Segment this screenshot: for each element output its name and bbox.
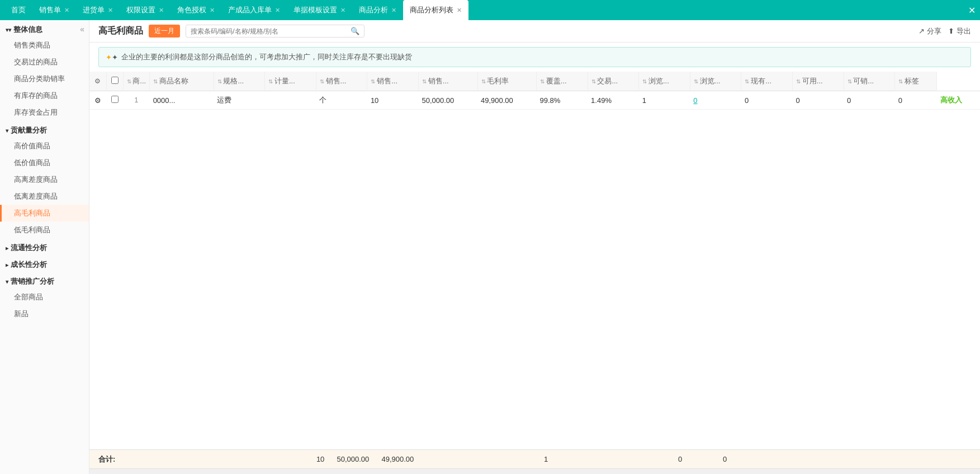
sidebar-collapse-button[interactable]: « (80, 25, 84, 34)
row-tag: 高收入 (937, 91, 980, 110)
sidebar-item-category-rate[interactable]: 商品分类助销率 (0, 71, 89, 87)
chevron-down-icon-2: ▾ (6, 128, 8, 134)
footer-cells: 10 50,000.00 49,900.00 1 0 0 (126, 455, 971, 463)
table-wrapper[interactable]: ⚙ 商... 商品名称 规格... (89, 72, 980, 449)
th-spec[interactable]: 规格... (214, 72, 265, 91)
sidebar-item-all-goods[interactable]: 全部商品 (0, 289, 89, 306)
info-banner: ✦ 企业的主要的利润都是这部分商品创造的，可考虑加大推广，同时关注库存是不要出现… (98, 47, 971, 67)
footer-sales-cost: 49,900.00 (372, 455, 417, 463)
chevron-down-icon-3: ▾ (6, 279, 8, 285)
footer-sales-amount: 50,000.00 (328, 455, 372, 463)
sidebar-item-low-margin[interactable]: 低毛利商品 (0, 222, 89, 238)
table-header-row: ⚙ 商... 商品名称 规格... (89, 72, 980, 91)
th-sellable[interactable]: 可销... (844, 72, 895, 91)
th-available-stock[interactable]: 可用... (792, 72, 844, 91)
nav-production[interactable]: 产成品入库单 ✕ (221, 0, 287, 20)
sidebar-item-new-goods[interactable]: 新品 (0, 306, 89, 322)
settings-icon[interactable]: ⚙ (94, 96, 101, 105)
nav-permissions[interactable]: 权限设置 ✕ (120, 0, 171, 20)
nav-close-goods-analysis[interactable]: ✕ (391, 7, 396, 14)
header-actions: ↗ 分享 ⬆ 导出 (919, 26, 971, 36)
nav-goods-analysis-list[interactable]: 商品分析列表 ✕ (403, 0, 468, 20)
row-view2: 0 (741, 91, 793, 110)
sidebar-group-marketing[interactable]: ▾ 营销推广分析 (0, 272, 89, 289)
search-input[interactable] (191, 27, 348, 35)
th-code[interactable]: 商... (123, 72, 150, 91)
table-row: ⚙ 1 0000... 运费 (89, 91, 980, 110)
th-sales-amount[interactable]: 销售... (367, 72, 419, 91)
sidebar-item-high-value[interactable]: 高价值商品 (0, 138, 89, 154)
row-sales-qty: 10 (367, 91, 419, 110)
window-close-button[interactable]: ✕ (968, 5, 976, 16)
sidebar-item-stock-capital[interactable]: 库存资金占用 (0, 104, 89, 121)
content-header: 高毛利商品 近一月 🔍 ↗ 分享 ⬆ 导出 (89, 20, 980, 43)
row-sales-amount: 50,000.00 (418, 91, 477, 110)
th-sales-cost[interactable]: 销售... (418, 72, 477, 91)
row-sales-cost: 49,900.00 (477, 91, 537, 110)
share-icon: ↗ (919, 27, 925, 35)
th-view2[interactable]: 浏览... (690, 72, 741, 91)
th-coverage[interactable]: 覆盖... (537, 72, 588, 91)
nav-roles[interactable]: 角色授权 ✕ (171, 0, 221, 20)
th-view1[interactable]: 浏览... (639, 72, 690, 91)
th-name[interactable]: 商品名称 (150, 72, 214, 91)
content-area: 高毛利商品 近一月 🔍 ↗ 分享 ⬆ 导出 ✦ 企业的主要的利润都是这部分商品创… (89, 20, 980, 474)
sidebar-item-sales-goods[interactable]: 销售类商品 (0, 37, 89, 54)
horizontal-scrollbar[interactable] (89, 468, 980, 474)
sidebar-item-in-stock[interactable]: 有库存的商品 (0, 87, 89, 104)
row-trade: 1 (639, 91, 690, 110)
page-title: 高毛利商品 (98, 25, 143, 37)
search-icon[interactable]: 🔍 (351, 27, 359, 35)
nav-home[interactable]: 首页 (4, 0, 32, 20)
sidebar-item-high-margin[interactable]: 高毛利商品 (0, 205, 89, 222)
nav-close-production[interactable]: ✕ (275, 7, 280, 14)
top-nav: 首页 销售单 ✕ 进货单 ✕ 权限设置 ✕ 角色授权 ✕ 产成品入库单 ✕ 单据… (0, 0, 980, 20)
filter-button[interactable]: 近一月 (149, 25, 180, 37)
sidebar-group-overall[interactable]: ▾ 整体信息 (0, 20, 89, 37)
th-checkbox (106, 72, 123, 91)
row-unit: 个 (316, 91, 367, 110)
th-tag[interactable]: 标签 (895, 72, 937, 91)
row-margin-rate: 99.8% (537, 91, 588, 110)
footer-sales-qty: 10 (283, 455, 328, 463)
nav-purchase[interactable]: 进货单 ✕ (76, 0, 120, 20)
nav-template[interactable]: 单据模板设置 ✕ (287, 0, 352, 20)
footer-empty3 (551, 455, 641, 463)
row-index: 1 (123, 91, 150, 110)
nav-close-roles[interactable]: ✕ (210, 7, 215, 14)
th-settings[interactable]: ⚙ (89, 72, 106, 91)
nav-goods-analysis[interactable]: 商品分析 ✕ (352, 0, 403, 20)
nav-close-goods-analysis-list[interactable]: ✕ (457, 7, 462, 14)
sidebar-group-growth[interactable]: ▸ 成长性分析 (0, 255, 89, 272)
sidebar-group-contribution[interactable]: ▾ 贡献量分析 (0, 121, 89, 138)
sidebar-item-traded-goods[interactable]: 交易过的商品 (0, 54, 89, 71)
row-settings[interactable]: ⚙ (89, 91, 106, 110)
sidebar-item-high-deviation[interactable]: 高离差度商品 (0, 171, 89, 188)
main-area: « ▾ 整体信息 销售类商品 交易过的商品 商品分类助销率 有库存的商品 库存资… (0, 20, 980, 474)
export-icon: ⬆ (948, 27, 954, 35)
nav-sales[interactable]: 销售单 ✕ (32, 0, 76, 20)
footer-trade: 1 (506, 455, 551, 463)
th-current-stock[interactable]: 现有... (741, 72, 793, 91)
export-button[interactable]: ⬆ 导出 (948, 26, 971, 36)
row-current-stock: 0 (792, 91, 844, 110)
footer-available-stock: 0 (685, 455, 730, 463)
th-unit[interactable]: 计量... (265, 72, 316, 91)
sidebar-group-circulation[interactable]: ▸ 流通性分析 (0, 238, 89, 255)
nav-close-sales[interactable]: ✕ (64, 7, 69, 14)
th-trade[interactable]: 交易... (588, 72, 639, 91)
sidebar-item-low-value[interactable]: 低价值商品 (0, 154, 89, 171)
nav-close-template[interactable]: ✕ (340, 7, 345, 14)
sidebar-item-low-deviation[interactable]: 低离差度商品 (0, 188, 89, 205)
row-checkbox[interactable] (106, 91, 123, 110)
share-button[interactable]: ↗ 分享 (919, 26, 941, 36)
chevron-down-icon: ▾ (6, 27, 11, 33)
nav-close-permissions[interactable]: ✕ (159, 7, 164, 14)
nav-close-purchase[interactable]: ✕ (108, 7, 113, 14)
row-view1[interactable]: 0 (690, 91, 741, 110)
th-margin-rate[interactable]: 毛利率 (477, 72, 537, 91)
th-sales-qty[interactable]: 销售... (316, 72, 367, 91)
row-coverage: 1.49% (588, 91, 639, 110)
sidebar: « ▾ 整体信息 销售类商品 交易过的商品 商品分类助销率 有库存的商品 库存资… (0, 20, 89, 474)
select-all-checkbox[interactable] (111, 77, 119, 84)
